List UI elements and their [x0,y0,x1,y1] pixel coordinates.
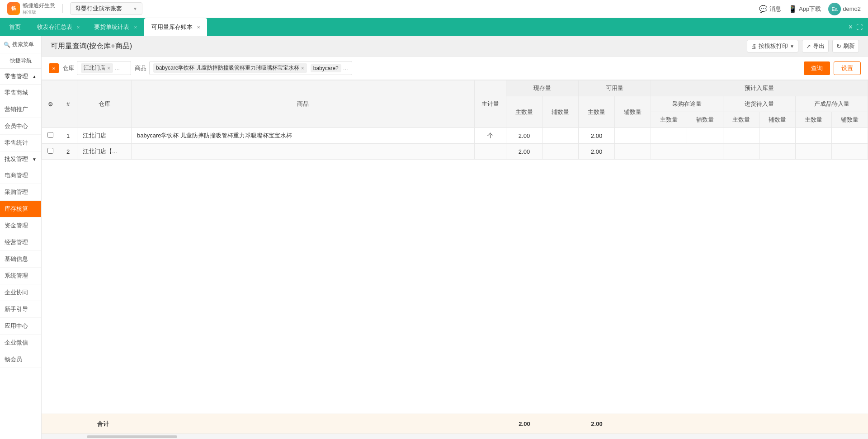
sidebar-item-basic-info[interactable]: 基础信息 [0,251,41,268]
message-btn[interactable]: 💬 消息 [759,5,781,13]
tab-receipt-summary-close[interactable]: × [77,24,80,30]
tab-maximize-btn[interactable]: ⛶ [856,24,863,31]
refresh-btn[interactable]: ↻ 刷新 [832,40,859,52]
th-current-aux: 辅数量 [542,96,579,128]
tab-close-all-btn[interactable]: × [849,23,853,31]
th-settings[interactable]: ⚙ [42,80,59,128]
tab-home[interactable]: 首页 [0,18,30,36]
brand-icon-text: 畅 [11,5,16,12]
sidebar-item-inventory[interactable]: 库存核算 [0,201,41,217]
sidebar-item-retail-mall[interactable]: 零售商城 [0,85,41,101]
cell-warehouse: 江北门店【... [77,144,132,160]
product-input[interactable]: babycare学饮杯 儿童防摔防撞吸管杯重力球吸嘴杯宝宝水杯 × babyca… [149,61,352,75]
sidebar-enterprise-wechat-label: 企业微信 [5,339,28,346]
brand-sub: 标准版 [23,9,55,15]
tab-receipt-summary[interactable]: 收发存汇总表 × [30,18,87,36]
sidebar-search-btn[interactable]: 🔍 搜索菜单 [0,36,41,53]
product-tag1-close[interactable]: × [301,65,304,71]
cell-rownum: 2 [59,144,77,160]
sidebar-member-center-label: 会员中心 [5,123,28,129]
th-incoming-pending: 进货待入量 [723,96,796,112]
sidebar-item-retail-mgmt[interactable]: 零售管理 ▲ [0,69,41,85]
data-table: ⚙ # 仓库 商品 主计量 现存量 可用量 预计入库量 主数量 辅数量 主数量 [42,80,868,160]
sidebar-retail-mall-label: 零售商城 [5,89,28,96]
sidebar-item-purchase[interactable]: 采购管理 [0,184,41,201]
table-wrapper: ⚙ # 仓库 商品 主计量 现存量 可用量 预计入库量 主数量 辅数量 主数量 [42,80,868,414]
warehouse-more[interactable]: ... [115,65,120,71]
user-profile[interactable]: Ea demo2 [828,3,861,15]
brand-name: 畅捷通好生意 [23,2,55,9]
main-layout: 🔍 搜索菜单 快捷导航 零售管理 ▲ 零售商城 营销推广 会员中心 零售统计 批… [0,36,868,439]
sidebar-retail-mgmt-arrow: ▲ [32,74,37,79]
sidebar-item-retail-stats[interactable]: 零售统计 [0,135,41,151]
top-bar-left: 畅 畅捷通好生意 标准版 母婴行业演示账套 ▼ [7,2,142,15]
th-warehouse: 仓库 [77,80,132,128]
print-icon: 🖨 [751,43,757,50]
refresh-label: 刷新 [843,42,855,50]
cell-product: babycare学饮杯 儿童防摔防撞吸管杯重力球吸嘴杯宝宝水杯 [132,128,475,144]
tab-nav-actions: × ⛶ [849,23,868,31]
sidebar-app-center-label: 应用中心 [5,322,28,329]
brand-info: 畅捷通好生意 标准版 [23,2,55,15]
sidebar-item-system[interactable]: 系统管理 [0,268,41,284]
main-content: 可用量查询(按仓库+商品) 🖨 按模板打印 ▼ ↗ 导出 ↻ 刷新 [42,36,868,439]
th-produced-aux: 辅数量 [832,112,868,128]
workspace-selector[interactable]: 母婴行业演示账套 ▼ [70,2,142,15]
query-btn[interactable]: 查询 [804,61,830,75]
cell-produced-main [796,144,832,160]
app-download-icon: 📱 [788,5,797,13]
horizontal-scrollbar[interactable] [87,435,177,438]
sidebar-item-vip[interactable]: 畅会员 [0,351,41,368]
product-tag1-value: babycare学饮杯 儿童防摔防撞吸管杯重力球吸嘴杯宝宝水杯 [156,64,299,72]
user-name: demo2 [843,5,861,12]
workspace-chevron-icon: ▼ [133,6,137,11]
row-checkbox[interactable] [47,132,53,138]
sidebar-item-wholesale-mgmt[interactable]: 批发管理 ▼ [0,151,41,167]
cell-select[interactable] [42,144,59,160]
warehouse-input[interactable]: 江北门店 × ... [77,61,131,75]
sidebar-cooperation-label: 企业协同 [5,289,28,296]
sidebar-finance-label: 资金管理 [5,222,28,229]
cell-produced-aux [832,144,868,160]
cell-avail-aux [615,144,651,160]
th-purchase-main: 主数量 [651,112,687,128]
sidebar-item-ecommerce[interactable]: 电商管理 [0,167,41,184]
sidebar-item-newbie[interactable]: 新手引导 [0,301,41,318]
th-product: 商品 [132,80,475,128]
cell-select[interactable] [42,128,59,144]
sidebar-inventory-label: 库存核算 [5,205,28,212]
sidebar-system-label: 系统管理 [5,272,28,279]
sidebar-item-operations[interactable]: 经营管理 [0,234,41,251]
scrollbar-area [42,434,868,439]
warehouse-tag-close[interactable]: × [107,65,110,71]
th-avail-main: 主数量 [579,96,615,128]
app-download-btn[interactable]: 📱 App下载 [788,5,821,13]
tab-receipt-summary-label: 收发存汇总表 [37,23,72,31]
sidebar-item-finance[interactable]: 资金管理 [0,217,41,234]
sidebar-item-marketing[interactable]: 营销推广 [0,101,41,118]
row-checkbox[interactable] [47,148,53,154]
tab-available-stock[interactable]: 可用量库存账本 × [144,18,207,36]
tab-order-stats[interactable]: 要货单统计表 × [87,18,144,36]
sidebar-item-enterprise-wechat[interactable]: 企业微信 [0,335,41,351]
export-btn[interactable]: ↗ 导出 [802,40,829,52]
tab-order-stats-label: 要货单统计表 [94,23,129,31]
tab-available-stock-label: 可用量库存账本 [151,23,193,31]
sidebar-item-cooperation[interactable]: 企业协同 [0,284,41,301]
settings-gear-icon[interactable]: ⚙ [48,101,53,108]
filter-expand-btn[interactable]: » [49,63,59,73]
brand-icon: 畅 [7,2,20,15]
setting-btn[interactable]: 设置 [834,61,861,75]
sidebar-quick-nav[interactable]: 快捷导航 [0,53,41,69]
sidebar-ecommerce-label: 电商管理 [5,172,28,179]
sidebar-item-app-center[interactable]: 应用中心 [0,318,41,335]
product-more[interactable]: ... [343,65,348,71]
sidebar-item-member-center[interactable]: 会员中心 [0,118,41,135]
tab-available-stock-close[interactable]: × [197,24,200,30]
tab-order-stats-close[interactable]: × [134,24,137,30]
template-print-btn[interactable]: 🖨 按模板打印 ▼ [747,40,798,52]
top-bar-right: 💬 消息 📱 App下载 Ea demo2 [759,3,861,15]
cell-avail-main: 2.00 [579,144,615,160]
th-incoming-main: 主数量 [723,112,760,128]
page-title: 可用量查询(按仓库+商品) [51,42,132,51]
